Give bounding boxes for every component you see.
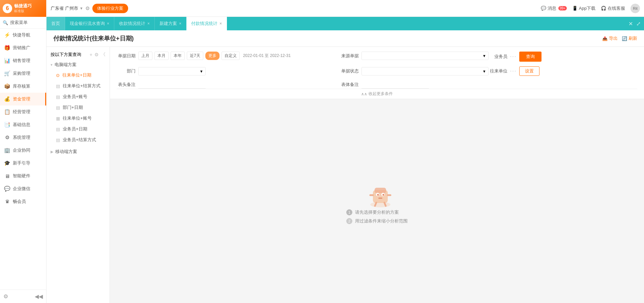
sidebar-item-purchase[interactable]: 🛒 采购管理 (0, 67, 46, 80)
basic-icon: 📑 (4, 122, 10, 128)
scheme-group-pc-header[interactable]: ▾ 电脑端方案 (47, 60, 110, 70)
tab-payment-stats-close-icon[interactable]: × (219, 21, 222, 26)
scheme-collapse-icon[interactable]: 《 (101, 52, 106, 58)
guide-icon: 🎓 (4, 160, 10, 166)
refresh-button[interactable]: 🔄 刷新 (622, 35, 637, 41)
sidebar-item-system[interactable]: ⚙ 系统管理 (0, 131, 46, 144)
date-options: 上月 本月 本年 近7天 更多 自定义 2022-01-01 至 2022-12… (138, 52, 291, 60)
empty-illustration (363, 178, 390, 205)
tab-new-scheme-close-icon[interactable]: × (179, 21, 181, 26)
tip-num-2: 2 (346, 218, 352, 224)
date-btn-this-month[interactable]: 本月 (154, 52, 169, 60)
right-panel: 单据日期 上月 本月 本年 近7天 更多 自定义 2022-01-01 至 20… (110, 47, 644, 303)
inventory-icon: 📦 (4, 83, 10, 89)
export-button[interactable]: 📤 导出 (602, 35, 618, 41)
query-button[interactable]: 查询 (519, 52, 541, 62)
sidebar-item-label: 资金管理 (13, 96, 30, 102)
topbar-gear-icon[interactable]: ⚙ (85, 5, 90, 11)
trial-button[interactable]: 体验行业方案 (92, 4, 128, 13)
user-avatar[interactable]: Rit (631, 4, 640, 13)
date-btn-custom[interactable]: 自定义 (222, 52, 240, 60)
staff-filter-dots[interactable]: ··· (510, 54, 517, 60)
scheme-item-staff-account[interactable]: ▤ 业务员+账号 (47, 91, 110, 102)
scheme-group-mobile-header[interactable]: ▶ 移动端方案 (47, 147, 110, 157)
app-download-label: App下载 (579, 5, 595, 11)
message-label: 消息 (548, 5, 556, 11)
sidebar-item-guide[interactable]: 🎓 新手引导 (0, 157, 46, 170)
tab-expand-icon[interactable]: ⤢ (636, 21, 641, 27)
scheme-group-mobile: ▶ 移动端方案 (47, 147, 110, 157)
scheme-item-partner-date[interactable]: ⊙ 往来单位+日期 (47, 70, 110, 81)
refresh-label: 刷新 (628, 35, 637, 41)
footer-settings-icon[interactable]: ⚙ (3, 293, 8, 300)
scheme-settings-icon[interactable]: ⚙ (94, 52, 99, 57)
date-range-text: 2022-01-01 至 2022-12-31 (243, 53, 291, 59)
settings-button[interactable]: 设置 (519, 66, 539, 76)
dept-select[interactable]: ▾ (138, 67, 206, 75)
chevron-down-icon[interactable]: ▾ (80, 6, 83, 11)
header-note-input[interactable] (138, 81, 206, 89)
tab-new-scheme[interactable]: 新建方案 × (155, 17, 186, 30)
scheme-panel: 按以下方案查询 + ⚙ 《 ▾ 电脑端方案 ⊙ 往来单位+日期 (47, 47, 110, 303)
docstatus-select[interactable]: ▾ (361, 67, 489, 75)
filter-panel: 单据日期 上月 本月 本年 近7天 更多 自定义 2022-01-01 至 20… (110, 47, 644, 99)
collapse-up-icon: ∧∧ (361, 92, 367, 96)
source-select[interactable]: ▾ (361, 52, 489, 60)
sidebar-item-operations[interactable]: 📋 经营管理 (0, 105, 46, 118)
service-label: 在线客服 (608, 5, 625, 11)
tab-payment-stats[interactable]: 付款情况统计 × (186, 17, 227, 30)
filter-source-col: 来源单据 ▾ (340, 52, 489, 60)
tab-bank[interactable]: 现金银行流水查询 × (65, 17, 114, 30)
sidebar-item-basic[interactable]: 📑 基础信息 (0, 118, 46, 131)
tab-close-all-icon[interactable]: ✕ (628, 21, 633, 27)
partner-filter-dots[interactable]: ··· (510, 68, 517, 74)
scheme-item-staff-settlement[interactable]: ▤ 业务员+结算方式 (47, 134, 110, 145)
scheme-item-dept-date[interactable]: ▤ 部门+日期 (47, 102, 110, 113)
app-download-btn[interactable]: 📱 App下载 (572, 5, 595, 11)
body-note-input[interactable] (361, 81, 429, 89)
sidebar-item-finance[interactable]: 💰 资金管理 (0, 93, 46, 105)
sidebar-item-quick-nav[interactable]: ⚡ 快捷导航 (0, 29, 46, 41)
scheme-item-label: 往来单位+结算方式 (63, 83, 100, 89)
sidebar-item-label: 新手引导 (13, 160, 30, 166)
operations-icon: 📋 (4, 109, 10, 115)
scheme-item-partner-settlement[interactable]: ▤ 往来单位+结算方式 (47, 81, 110, 91)
scheme-item-icon: ▤ (56, 94, 60, 99)
scheme-item-label: 往来单位+账号 (63, 115, 92, 121)
sidebar-item-label: 营销推广 (13, 45, 30, 51)
date-btn-more[interactable]: 更多 (205, 52, 219, 60)
filter-row-1: 单据日期 上月 本月 本年 近7天 更多 自定义 2022-01-01 至 20… (117, 52, 637, 62)
vip-icon: ♛ (4, 199, 10, 205)
date-btn-7days[interactable]: 近7天 (187, 52, 203, 60)
tab-home[interactable]: 首页 (47, 17, 65, 30)
tab-new-scheme-label: 新建方案 (159, 21, 177, 27)
sidebar-item-marketing[interactable]: 🎁 营销推广 (0, 41, 46, 54)
customer-service-btn[interactable]: 🎧 在线客服 (601, 5, 625, 11)
scheme-add-icon[interactable]: + (90, 52, 92, 57)
tab-collection[interactable]: 收款情况统计 × (114, 17, 155, 30)
scheme-item-staff-date[interactable]: ▤ 业务员+日期 (47, 124, 110, 134)
sidebar-item-wechat[interactable]: 💬 企业微信 (0, 182, 46, 195)
sidebar-item-hardware[interactable]: 🖥 智能硬件 (0, 170, 46, 182)
sidebar-item-inventory[interactable]: 📦 库存核算 (0, 80, 46, 93)
svg-point-6 (383, 194, 384, 195)
filter-body-note-col: 表体备注 (340, 81, 637, 89)
scheme-item-partner-account[interactable]: ▦ 往来单位+账号 (47, 113, 110, 124)
date-btn-this-year[interactable]: 本年 (171, 52, 185, 60)
tab-bank-close-icon[interactable]: × (107, 21, 109, 26)
collapse-bar[interactable]: ∧∧ 收起更多条件 (117, 89, 637, 99)
message-btn[interactable]: 💬 消息 99+ (541, 5, 567, 11)
sidebar-item-sales[interactable]: 📊 销售管理 (0, 54, 46, 67)
footer-collapse-icon[interactable]: ◀◀ (35, 293, 43, 300)
svg-rect-2 (375, 188, 386, 193)
sidebar-search[interactable]: 🔍 搜索菜单 (0, 17, 46, 29)
filter-row-3: 表头备注 表体备注 (117, 81, 637, 89)
scheme-group-mobile-label: 移动端方案 (55, 149, 77, 155)
main-area: 广东省 广州市 ▾ ⚙ 体验行业方案 💬 消息 99+ 📱 App下载 🎧 在线… (47, 0, 644, 303)
sidebar-item-enterprise[interactable]: 🏢 企业协同 (0, 144, 46, 157)
sidebar-item-vip[interactable]: ♛ 畅会员 (0, 195, 46, 208)
scheme-item-icon: ▤ (56, 105, 60, 110)
scheme-item-label: 部门+日期 (63, 104, 83, 111)
date-btn-last-month[interactable]: 上月 (138, 52, 152, 60)
tab-collection-close-icon[interactable]: × (147, 21, 150, 26)
